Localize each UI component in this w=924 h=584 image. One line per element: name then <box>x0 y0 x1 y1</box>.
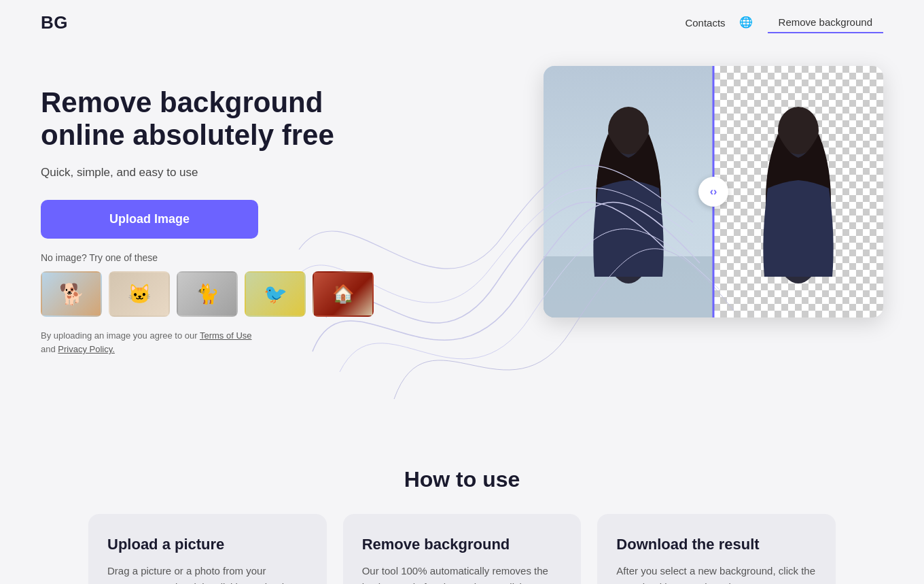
step-card-2: Remove background Our tool 100% automati… <box>343 514 582 584</box>
terms-text: By uploading an image you agree to our T… <box>41 329 380 358</box>
comparison-image-area: ‹› <box>544 66 883 317</box>
sample-image-3[interactable] <box>177 271 238 317</box>
step-card-3: Download the result After you select a n… <box>597 514 836 584</box>
remove-background-link[interactable]: Remove background <box>768 12 883 33</box>
step-3-title: Download the result <box>616 536 817 553</box>
handle-arrows-icon: ‹› <box>710 186 717 198</box>
step-card-1: Upload a picture Drag a picture or a pho… <box>88 514 327 584</box>
sample-image-4[interactable] <box>245 271 306 317</box>
no-image-text: No image? Try one of these <box>41 252 380 263</box>
sample-image-1[interactable] <box>41 271 102 317</box>
terms-of-use-link[interactable]: Terms of Use <box>200 330 252 341</box>
navbar: BG Contacts 🌐 Remove background <box>0 0 924 46</box>
hero-section: Remove background online absolutely free… <box>0 46 924 440</box>
hero-title: Remove background online absolutely free <box>41 86 380 152</box>
comparison-container: ‹› <box>544 66 883 317</box>
upload-image-button[interactable]: Upload Image <box>41 200 258 239</box>
hero-left: Remove background online absolutely free… <box>41 73 380 357</box>
contacts-link[interactable]: Contacts <box>685 17 725 29</box>
step-2-desc: Our tool 100% automatically removes the … <box>362 563 563 584</box>
how-to-use-section: How to use Upload a picture Drag a pictu… <box>0 440 924 584</box>
sample-image-2[interactable] <box>109 271 170 317</box>
step-1-title: Upload a picture <box>107 536 308 553</box>
comparison-handle[interactable]: ‹› <box>698 177 728 207</box>
original-image-half <box>544 66 713 317</box>
steps-grid: Upload a picture Drag a picture or a pho… <box>88 514 836 584</box>
step-1-desc: Drag a picture or a photo from your comp… <box>107 563 308 584</box>
privacy-policy-link[interactable]: Privacy Policy. <box>58 344 115 354</box>
step-2-title: Remove background <box>362 536 563 553</box>
sample-images-row <box>41 271 380 317</box>
nav-right: Contacts 🌐 Remove background <box>685 12 883 33</box>
removed-background-half <box>713 66 883 317</box>
globe-icon[interactable]: 🌐 <box>739 16 754 31</box>
logo[interactable]: BG <box>41 12 68 33</box>
hero-subtitle: Quick, simple, and easy to use <box>41 166 380 179</box>
sample-image-5[interactable] <box>313 271 374 317</box>
step-3-desc: After you select a new background, click… <box>616 563 817 584</box>
how-to-use-title: How to use <box>41 467 883 492</box>
